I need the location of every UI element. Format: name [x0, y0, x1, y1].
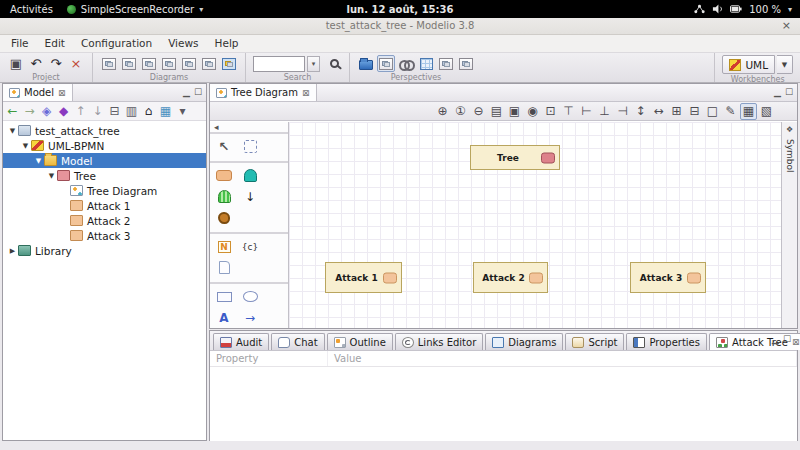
model-perspective-icon[interactable]	[377, 55, 395, 72]
center-horizontal-icon[interactable]: ↔	[650, 103, 667, 120]
window-perspective-icon[interactable]	[457, 55, 475, 72]
search-history-dropdown[interactable]: ▾	[307, 56, 320, 72]
window-titlebar[interactable]: test_attack_tree - Modelio 3.8 ×	[0, 18, 800, 35]
tree-item-attack-1[interactable]: Attack 1	[3, 198, 206, 213]
tab-model[interactable]: Model ⊠	[3, 84, 73, 101]
document-tool[interactable]	[215, 259, 233, 276]
search-input[interactable]	[253, 56, 305, 72]
settings-tools-icon[interactable]: ×	[67, 55, 85, 72]
search-icon[interactable]	[330, 59, 339, 68]
zoom-in-icon[interactable]: ⊕	[434, 103, 451, 120]
diagram-node-attack-2[interactable]: Attack 2	[473, 262, 548, 293]
sequence-diagram-icon[interactable]	[200, 55, 218, 72]
tree-item-tree[interactable]: ▼Tree	[3, 168, 206, 183]
zoom-actual-icon[interactable]: ①	[452, 103, 469, 120]
and-gate-tool[interactable]	[241, 167, 259, 184]
diagram-node-tree[interactable]: Tree	[470, 145, 560, 170]
tab-outline[interactable]: Outline	[327, 333, 393, 350]
menu-help[interactable]: Help	[207, 35, 247, 52]
property-table-body[interactable]	[210, 367, 797, 441]
same-size-icon[interactable]: ⊞	[668, 103, 685, 120]
view-menu-icon[interactable]: ▾	[174, 103, 191, 120]
ellipse-tool[interactable]	[241, 288, 259, 305]
diagram-node-attack-3[interactable]: Attack 3	[630, 262, 706, 293]
next-element-icon[interactable]: ◆	[55, 103, 72, 120]
maximize-panel-button[interactable]: ☐	[194, 88, 202, 97]
navigate-forward-icon[interactable]: →	[21, 103, 38, 120]
style-editor-icon[interactable]: ✎	[722, 103, 739, 120]
move-down-icon[interactable]: ↓	[89, 103, 106, 120]
folder-perspective-icon[interactable]	[357, 55, 375, 72]
link-with-editor-icon[interactable]: ▥	[123, 103, 140, 120]
print-icon[interactable]: ▤	[488, 103, 505, 120]
tab-audit[interactable]: Audit	[213, 333, 269, 350]
snap-to-grid-icon[interactable]: ▧	[758, 103, 775, 120]
minimize-panel-button[interactable]: ▁	[183, 88, 190, 97]
tree-item-model[interactable]: ▼Model	[3, 153, 206, 168]
diagram-canvas[interactable]: TreeAttack 1Attack 2Attack 3	[289, 122, 781, 328]
marquee-tool[interactable]	[241, 138, 259, 155]
tree-item-uml-bpmn[interactable]: ▼UML-BPMN	[3, 138, 206, 153]
home-icon[interactable]: ⌂	[140, 103, 157, 120]
package-diagram-icon[interactable]	[120, 55, 138, 72]
app-menu-button[interactable]: SimpleScreenRecorder ▾	[67, 4, 203, 15]
menu-file[interactable]: File	[3, 35, 37, 52]
tree-expand-icon[interactable]: ▼	[20, 142, 31, 150]
collapse-all-icon[interactable]: ⊟	[106, 103, 123, 120]
tree-expand-icon[interactable]: ▼	[7, 127, 18, 135]
grid-perspective-icon[interactable]	[417, 55, 435, 72]
align-right-icon[interactable]: ⊣	[614, 103, 631, 120]
workbench-selector[interactable]: UML	[722, 55, 775, 74]
or-gate-tool[interactable]	[215, 188, 233, 205]
tree-item-tree-diagram[interactable]: Tree Diagram	[3, 183, 206, 198]
tab-diagrams[interactable]: Diagrams	[485, 333, 563, 350]
frame-icon[interactable]: □	[704, 103, 721, 120]
links-perspective-icon[interactable]	[397, 55, 415, 72]
menu-configuration[interactable]: Configuration	[73, 35, 160, 52]
workbench-dropdown-button[interactable]: ▼	[777, 55, 793, 74]
align-left-icon[interactable]: ⊢	[578, 103, 595, 120]
use-case-diagram-icon[interactable]	[140, 55, 158, 72]
activities-button[interactable]: Activités	[10, 4, 53, 15]
menu-edit[interactable]: Edit	[37, 35, 73, 52]
clock[interactable]: lun. 12 août, 15:36	[347, 4, 454, 15]
tab-tree-diagram[interactable]: Tree Diagram ⊠	[210, 84, 317, 101]
tab-properties[interactable]: Properties	[626, 333, 707, 350]
rectangle-tool[interactable]	[215, 288, 233, 305]
move-up-icon[interactable]: ↑	[72, 103, 89, 120]
tab-links-editor[interactable]: Links Editor	[395, 333, 483, 350]
grid-visible-icon[interactable]: ▦	[740, 103, 757, 120]
tree-item-attack-3[interactable]: Attack 3	[3, 228, 206, 243]
transfer-link-tool[interactable]: ↓	[241, 188, 259, 205]
zoom-out-icon[interactable]: ⊖	[470, 103, 487, 120]
countermeasure-tool[interactable]	[215, 209, 233, 226]
symbol-sidebar-tab[interactable]: ❖ Symbol	[781, 122, 797, 328]
tree-expand-icon[interactable]: ▼	[33, 157, 44, 165]
select-tool[interactable]: ↖	[215, 138, 233, 155]
undo-icon[interactable]: ↶	[27, 55, 45, 72]
tree-expand-icon[interactable]: ▶	[7, 247, 18, 255]
line-tool[interactable]: →	[241, 309, 259, 326]
deployment-diagram-icon[interactable]	[160, 55, 178, 72]
tab-script[interactable]: Script	[565, 333, 624, 350]
text-tool[interactable]: A	[215, 309, 233, 326]
class-diagram-icon[interactable]	[100, 55, 118, 72]
activity-diagram-icon[interactable]	[180, 55, 198, 72]
navigate-back-icon[interactable]: ←	[4, 103, 21, 120]
tree-item-test_attack_tree[interactable]: ▼test_attack_tree	[3, 123, 206, 138]
maximize-panel-button[interactable]: ☐	[783, 335, 791, 344]
matrix-diagram-icon[interactable]	[220, 55, 238, 72]
redo-icon[interactable]: ↷	[47, 55, 65, 72]
tab-chat[interactable]: Chat	[271, 333, 324, 350]
attack-node-tool[interactable]	[215, 167, 233, 184]
window-close-button[interactable]: ×	[782, 18, 791, 34]
fit-height-icon[interactable]: ⊟	[686, 103, 703, 120]
system-tray[interactable]: 100 % ▾	[694, 4, 800, 15]
column-header-value[interactable]: Value	[328, 351, 797, 366]
previous-element-icon[interactable]: ◈	[38, 103, 55, 120]
diagram-node-attack-1[interactable]: Attack 1	[325, 262, 402, 293]
center-vertical-icon[interactable]: ↕	[632, 103, 649, 120]
tree-item-attack-2[interactable]: Attack 2	[3, 213, 206, 228]
maximize-panel-button[interactable]: ☐	[785, 88, 793, 97]
palette-collapse-icon[interactable]: ◂	[214, 122, 219, 132]
